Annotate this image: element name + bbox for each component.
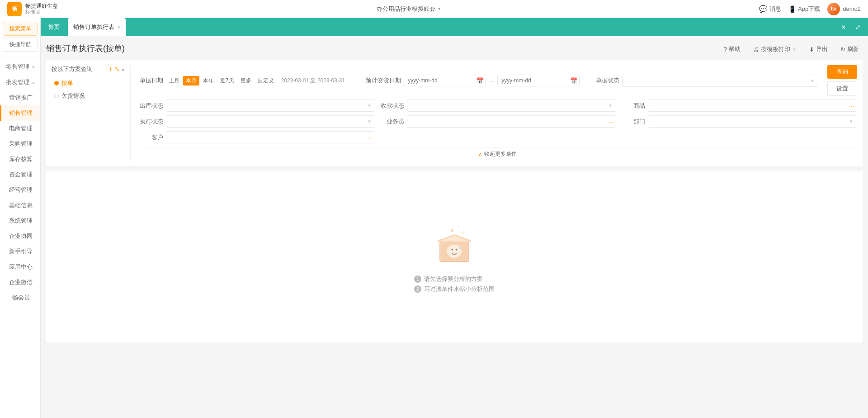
sidebar-item-label: 资金管理 bbox=[9, 171, 33, 179]
sidebar-item-system[interactable]: 系统管理 bbox=[0, 213, 40, 228]
date-filter-cell: 单据日期 上月 本月 本年 近7天 更多 自定义 2023-03-01 至 20… bbox=[138, 76, 362, 86]
goods-input[interactable] bbox=[648, 100, 857, 112]
search-btn[interactable]: 查询 bbox=[827, 65, 857, 79]
out-status-label: 出库状态 bbox=[138, 102, 163, 110]
maximize-icon: ⤢ bbox=[855, 24, 861, 31]
expected-date-cell: 预计交货日期 📅 — 📅 bbox=[366, 75, 590, 86]
exec-status-select[interactable] bbox=[166, 115, 375, 128]
goods-dots-icon[interactable]: ··· bbox=[849, 102, 854, 109]
sidebar-item-label: 经营管理 bbox=[9, 186, 33, 194]
customer-label: 客户 bbox=[138, 133, 163, 142]
empty-tip-1: 1 请先选择要分析的方案 bbox=[414, 275, 495, 283]
edit-scheme-btn[interactable]: ✎ bbox=[114, 66, 120, 73]
doc-status-select[interactable] bbox=[622, 75, 818, 87]
sidebar-item-retail[interactable]: 零售管理 ▼ bbox=[0, 59, 40, 75]
sidebar-item-operations[interactable]: 经营管理 bbox=[0, 182, 40, 198]
print-btn[interactable]: 🖨 按模板打印 ▼ bbox=[750, 43, 800, 55]
date-start-input[interactable] bbox=[404, 75, 486, 86]
svg-point-5 bbox=[447, 245, 462, 258]
quick-nav-btn[interactable]: 快捷导航 bbox=[3, 38, 38, 52]
message-btn[interactable]: 💬 消息 bbox=[759, 5, 781, 13]
sidebar-item-wholesale[interactable]: 批发管理 ▲ bbox=[0, 75, 40, 90]
sidebar-item-label: 库存核算 bbox=[9, 155, 33, 163]
goods-label: 商品 bbox=[620, 102, 645, 110]
date-tab-this-year[interactable]: 本年 bbox=[200, 76, 217, 86]
customer-wrapper: ··· bbox=[166, 131, 375, 143]
filter-panel: 按以下方案查询 + ✎ « 按单 bbox=[46, 60, 863, 166]
goods-wrapper: ··· bbox=[648, 100, 857, 112]
sidebar-item-sales[interactable]: 销售管理 bbox=[0, 105, 40, 121]
sidebar-item-label: 电商管理 bbox=[9, 124, 33, 133]
filter-row-3: 执行状态 ▼ 业务员 ··· bbox=[138, 115, 857, 128]
sidebar-item-label: 销售管理 bbox=[9, 109, 33, 117]
out-status-select[interactable] bbox=[166, 100, 375, 112]
refresh-btn[interactable]: ↻ 刷新 bbox=[837, 43, 863, 55]
exec-status-label: 执行状态 bbox=[138, 118, 163, 126]
salesman-input[interactable] bbox=[407, 115, 616, 128]
dept-select[interactable] bbox=[648, 115, 857, 128]
date-end-wrapper: 📅 bbox=[497, 75, 580, 86]
date-end-input[interactable] bbox=[497, 75, 580, 86]
date-tab-more[interactable]: 更多 bbox=[238, 76, 254, 86]
sidebar-item-collab[interactable]: 企业协同 bbox=[0, 228, 40, 244]
dept-wrapper: ▼ bbox=[648, 115, 857, 128]
goods-cell: 商品 ··· bbox=[620, 100, 857, 112]
date-tab-last-month[interactable]: 上月 bbox=[166, 76, 182, 86]
collapse-schemes-btn[interactable]: « bbox=[122, 66, 125, 73]
date-label: 单据日期 bbox=[138, 76, 163, 85]
sidebar-item-basic[interactable]: 基础信息 bbox=[0, 198, 40, 213]
help-btn[interactable]: ? 帮助 bbox=[720, 43, 744, 55]
calendar-end-icon[interactable]: 📅 bbox=[570, 77, 577, 84]
customer-dots-icon[interactable]: ··· bbox=[367, 134, 373, 141]
sidebar-item-label: 批发管理 bbox=[6, 78, 29, 86]
sidebar-item-guide[interactable]: 新手引导 bbox=[0, 244, 40, 259]
sidebar-item-finance[interactable]: 资金管理 bbox=[0, 167, 40, 182]
filter-inner: 按以下方案查询 + ✎ « 按单 bbox=[52, 65, 857, 161]
tab-home[interactable]: 首页 bbox=[41, 18, 67, 36]
dept-cell: 部门 ▼ bbox=[620, 115, 857, 128]
tab-active[interactable]: 销售订单执行表 × bbox=[68, 18, 126, 36]
doc-status-label: 单据状态 bbox=[594, 76, 619, 85]
tab-close-btn[interactable]: × bbox=[117, 24, 120, 30]
sidebar-item-purchase[interactable]: 采购管理 bbox=[0, 136, 40, 152]
svg-point-2 bbox=[451, 229, 454, 232]
sidebar-item-marketing[interactable]: 营销推广 bbox=[0, 90, 40, 105]
add-scheme-btn[interactable]: + bbox=[108, 65, 112, 73]
date-tab-7days[interactable]: 近7天 bbox=[217, 76, 237, 86]
settings-btn[interactable]: 设置 bbox=[827, 81, 857, 96]
sidebar-item-label: 基础信息 bbox=[9, 201, 33, 209]
customer-input[interactable] bbox=[166, 131, 375, 143]
app-download-btn[interactable]: 📱 App下载 bbox=[788, 5, 820, 13]
action-buttons: 查询 设置 bbox=[827, 65, 857, 96]
export-btn[interactable]: ⬇ 导出 bbox=[806, 43, 831, 55]
sidebar-item-ecommerce[interactable]: 电商管理 bbox=[0, 121, 40, 136]
date-start-wrapper: 📅 bbox=[404, 75, 486, 86]
calendar-start-icon[interactable]: 📅 bbox=[476, 77, 484, 84]
sidebar-item-member[interactable]: 畅会员 bbox=[0, 290, 40, 305]
search-menu-btn[interactable]: 搜索菜单 bbox=[3, 22, 38, 36]
store-selector[interactable]: 办公用品行业模拟账套 ▾ bbox=[377, 5, 441, 13]
scheme-item-1[interactable]: 欠货情况 bbox=[52, 90, 125, 102]
maximize-btn[interactable]: ⤢ bbox=[852, 21, 864, 33]
main-layout: 搜索菜单 快捷导航 零售管理 ▼ 批发管理 ▲ 营销推广 销售管理 电商管理 采… bbox=[0, 18, 868, 418]
collapse-bar[interactable]: ∧ 收起更多条件 bbox=[138, 147, 857, 161]
scheme-item-0[interactable]: 按单 bbox=[52, 77, 125, 90]
sidebar-item-appstore[interactable]: 应用中心 bbox=[0, 259, 40, 275]
salesman-dots-icon[interactable]: ··· bbox=[608, 118, 613, 125]
close-window-btn[interactable]: ✕ bbox=[837, 21, 850, 33]
print-dropdown-icon: ▼ bbox=[792, 47, 797, 52]
sidebar-item-inventory[interactable]: 库存核算 bbox=[0, 152, 40, 167]
out-status-cell: 出库状态 ▼ bbox=[138, 100, 375, 112]
empty-state: 1 请先选择要分析的方案 2 用过滤条件来缩小分析范围 bbox=[414, 218, 495, 295]
scheme-title: 按以下方案查询 + ✎ « bbox=[52, 65, 125, 73]
payment-status-select[interactable] bbox=[407, 100, 616, 112]
user-menu[interactable]: Ea demo2 bbox=[827, 3, 861, 15]
date-range-display: 2023-03-01 至 2023-03-31 bbox=[281, 77, 345, 85]
payment-status-cell: 收款状态 ▼ bbox=[379, 100, 616, 112]
scheme-list: 按单 欠货情况 bbox=[52, 77, 125, 102]
date-tab-custom[interactable]: 自定义 bbox=[255, 76, 277, 86]
salesman-cell: 业务员 ··· bbox=[379, 115, 616, 128]
sidebar-item-weixin[interactable]: 企业微信 bbox=[0, 275, 40, 290]
empty-tips: 1 请先选择要分析的方案 2 用过滤条件来缩小分析范围 bbox=[414, 275, 495, 295]
date-tab-this-month[interactable]: 本月 bbox=[183, 76, 199, 86]
